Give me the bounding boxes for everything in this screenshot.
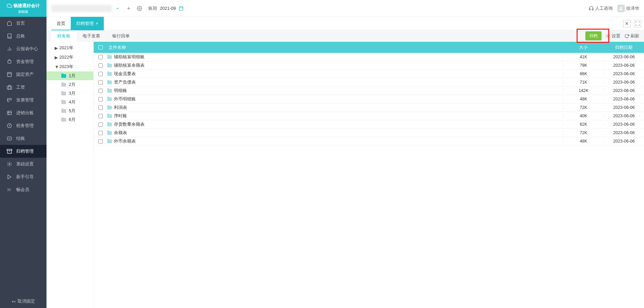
- table-row[interactable]: 现金流量表66K2023-06-06: [94, 70, 644, 78]
- sidebar-item-6[interactable]: 发票管理: [0, 94, 47, 106]
- tree-year[interactable]: ▼2023年: [47, 62, 93, 71]
- table-row[interactable]: 利润表72K2023-06-06: [94, 103, 644, 112]
- row-checkbox[interactable]: [98, 114, 103, 118]
- period-picker-button[interactable]: [178, 5, 185, 12]
- nav-icon: [7, 161, 12, 167]
- sidebar-item-7[interactable]: 进销台账: [0, 106, 47, 119]
- company-selector[interactable]: [51, 5, 120, 12]
- folder-icon: [107, 55, 112, 59]
- file-size: 79K: [563, 63, 604, 68]
- row-checkbox[interactable]: [98, 122, 103, 127]
- row-checkbox[interactable]: [98, 105, 103, 110]
- sidebar-item-9[interactable]: 结账: [0, 132, 47, 145]
- row-checkbox[interactable]: [98, 89, 103, 93]
- sidebar-item-13[interactable]: 畅会员: [0, 183, 47, 196]
- nav-icon: [7, 136, 12, 141]
- subtab-financial[interactable]: 财务账: [51, 30, 76, 42]
- row-checkbox[interactable]: [98, 80, 103, 85]
- settings-button[interactable]: 设置: [606, 33, 620, 39]
- sidebar-item-8[interactable]: 税务管理: [0, 119, 47, 132]
- nav-icon: [7, 46, 12, 52]
- sidebar-item-label: 畅会员: [16, 187, 29, 193]
- sidebar-item-label: 归档管理: [16, 148, 34, 154]
- row-checkbox[interactable]: [98, 72, 103, 76]
- period-value[interactable]: 2021-09: [160, 6, 176, 11]
- archive-button[interactable]: 归档: [585, 31, 602, 40]
- subtab-label: 银行回单: [112, 33, 130, 38]
- sidebar-item-4[interactable]: 固定资产: [0, 68, 47, 81]
- close-icon[interactable]: ×: [96, 21, 98, 26]
- table-row[interactable]: 余额表72K2023-06-06: [94, 129, 644, 137]
- sidebar-item-1[interactable]: 总账: [0, 30, 47, 42]
- sidebar-item-2[interactable]: 云报表中心: [0, 42, 47, 55]
- file-size: 48K: [563, 97, 604, 101]
- sidebar-item-label: 首页: [16, 20, 25, 26]
- file-name: 存货数量余额表: [114, 122, 145, 127]
- tree-year-label: 2023年: [59, 64, 73, 70]
- tree-year[interactable]: ▶2022年: [47, 53, 93, 62]
- file-name: 外币明细账: [114, 96, 136, 102]
- period-label: 账期: [148, 5, 157, 11]
- page-tabs: 首页 归档管理 × ✕ ⛶: [47, 17, 644, 30]
- sidebar-unpin[interactable]: ↤ 取消固定: [0, 295, 47, 308]
- table-row[interactable]: 外币余额表48K2023-06-06: [94, 137, 644, 146]
- table-row[interactable]: 资产负债表71K2023-06-06: [94, 78, 644, 87]
- user-menu[interactable]: 徐泽华: [617, 5, 639, 12]
- table-row[interactable]: 外币明细账48K2023-06-06: [94, 95, 644, 103]
- table-header: 文件名称 大小 归档日期: [94, 42, 644, 53]
- tree-month[interactable]: 5月: [47, 106, 93, 115]
- subtab-bank[interactable]: 银行回单: [106, 30, 136, 42]
- table-row[interactable]: 序时账40K2023-06-06: [94, 112, 644, 120]
- row-checkbox[interactable]: [98, 63, 103, 68]
- subtab-label: 财务账: [57, 33, 70, 38]
- company-settings-button[interactable]: [136, 5, 143, 12]
- tree-month[interactable]: 6月: [47, 115, 93, 124]
- sidebar-item-label: 进销台账: [16, 110, 34, 116]
- support-label: 人工咨询: [595, 5, 613, 11]
- cloud-icon: [7, 3, 12, 8]
- table-row[interactable]: 辅助核算明细账41K2023-06-06: [94, 53, 644, 61]
- row-checkbox[interactable]: [98, 131, 103, 135]
- sidebar-item-0[interactable]: 首页: [0, 17, 47, 30]
- support-button[interactable]: 人工咨询: [589, 5, 613, 11]
- brand-logo[interactable]: 畅捷通好会计 旗舰版: [0, 0, 47, 17]
- sidebar-item-10[interactable]: 归档管理: [0, 145, 47, 158]
- refresh-button[interactable]: 刷新: [624, 33, 639, 39]
- select-all-checkbox[interactable]: [98, 45, 103, 50]
- file-name: 辅助核算余额表: [114, 63, 145, 68]
- sidebar-item-3[interactable]: 资金管理: [0, 55, 47, 68]
- tab-home[interactable]: 首页: [51, 17, 71, 30]
- table-row[interactable]: 辅助核算余额表79K2023-06-06: [94, 61, 644, 70]
- tree-year[interactable]: ▶2021年: [47, 43, 93, 53]
- file-size: 48K: [563, 139, 604, 144]
- add-company-button[interactable]: [125, 5, 132, 12]
- row-checkbox[interactable]: [98, 97, 103, 101]
- tab-archive-management[interactable]: 归档管理 ×: [71, 17, 104, 30]
- tree-month[interactable]: 2月: [47, 80, 93, 89]
- table-row[interactable]: 明细账142K2023-06-06: [94, 87, 644, 95]
- headset-icon: [589, 6, 594, 11]
- row-checkbox[interactable]: [98, 55, 103, 59]
- close-all-tabs-button[interactable]: ✕: [623, 20, 631, 27]
- nav-icon: [7, 187, 12, 192]
- sidebar-item-12[interactable]: 新手引导: [0, 171, 47, 183]
- file-size: 41K: [563, 55, 604, 59]
- folder-icon: [107, 106, 112, 110]
- table-row[interactable]: 存货数量余额表62K2023-06-06: [94, 120, 644, 129]
- sidebar-item-label: 固定资产: [16, 71, 34, 78]
- tree-month[interactable]: 3月: [47, 89, 93, 98]
- file-name: 外币余额表: [114, 138, 136, 144]
- folder-icon: [107, 123, 112, 126]
- subtab-einvoice[interactable]: 电子发票: [76, 30, 106, 42]
- sidebar-item-11[interactable]: 基础设置: [0, 158, 47, 171]
- tree-month[interactable]: 4月: [47, 98, 93, 106]
- sidebar-item-5[interactable]: 工资: [0, 81, 47, 94]
- row-checkbox[interactable]: [98, 139, 103, 144]
- fullscreen-button[interactable]: ⛶: [634, 20, 641, 27]
- file-date: 2023-06-06: [604, 130, 644, 135]
- file-date: 2023-06-06: [604, 139, 644, 144]
- file-name: 资产负债表: [114, 80, 136, 85]
- file-name: 余额表: [114, 130, 127, 136]
- tree-month[interactable]: 1月: [47, 71, 93, 80]
- folder-icon: [61, 109, 66, 113]
